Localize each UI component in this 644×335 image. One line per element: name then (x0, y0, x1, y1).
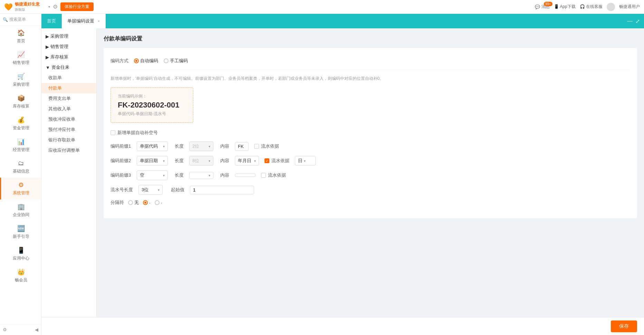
sub-sidebar-header-finance[interactable]: ▼ 资金往来 (41, 62, 96, 73)
tab-maximize-btn[interactable]: ⤢ (635, 18, 640, 25)
sub-sidebar-header-inventory[interactable]: ▶ 库存核算 (41, 52, 96, 62)
settings-icon[interactable]: ⚙ (3, 327, 7, 332)
sidebar-item-label: 采购管理 (13, 82, 29, 87)
page-title: 付款单编码设置 (104, 35, 637, 43)
sidebar-item-inventory[interactable]: 📦 库存核算 (0, 91, 41, 113)
sidebar-search[interactable]: 🔍 搜索菜单 (0, 14, 41, 26)
stream1-group: 流水依据 (254, 143, 279, 149)
brand-icon: 🧡 (4, 3, 13, 11)
tab-minimize-btn[interactable]: — (627, 18, 633, 24)
start-value-input[interactable] (190, 186, 254, 194)
stream1-checkbox[interactable] (254, 144, 259, 149)
bottom-bar: 保存 (41, 317, 644, 335)
prefix2-select[interactable]: 单据日期 ▾ (137, 156, 168, 166)
sub-sidebar-item-prepayrecv[interactable]: 预收冲应收单 (41, 114, 96, 124)
content2-select[interactable]: 年月日 ▾ (235, 156, 259, 166)
sep-none-dot (128, 200, 133, 205)
config-row-1: 编码前缀1 单据代码 ▾ 长度 2位 ▾ 内容 FK (110, 141, 630, 151)
chevron-down-icon: ▾ (304, 159, 306, 163)
app-download-btn[interactable]: 📱 App下载 (554, 4, 576, 10)
sidebar: 🔍 搜索菜单 🏠 首页 📈 销售管理 🛒 采购管理 📦 库存核算 💰 (0, 14, 41, 335)
avatar[interactable] (607, 3, 615, 11)
dropdown-chevron[interactable]: ▾ (48, 5, 50, 9)
stream3-checkbox[interactable] (261, 173, 266, 178)
length1-label: 长度 (175, 143, 184, 149)
tab-bar-actions: — ⤢ (627, 18, 644, 25)
sidebar-item-system[interactable]: ⚙ 系统管理 (0, 178, 41, 199)
prefix3-select[interactable]: 空 ▾ (137, 170, 168, 180)
auto-fill-checkbox[interactable] (110, 130, 115, 135)
content-area: ▶ 采购管理 ▶ 销售管理 ▶ 库存核算 (41, 28, 644, 317)
page-panel: 付款单编码设置 编码方式 自动编码 手工编码 (97, 28, 644, 317)
sub-sidebar-header-purchase[interactable]: ▶ 采购管理 (41, 31, 96, 41)
radio-manual[interactable]: 手工编码 (164, 58, 188, 64)
prefix1-select[interactable]: 单据代码 ▾ (137, 141, 168, 151)
sidebar-item-basic[interactable]: 🗂 基础信息 (0, 156, 41, 178)
sub-sidebar-item-expense[interactable]: 费用支出单 (41, 93, 96, 104)
sidebar-item-home[interactable]: 🏠 首页 (0, 26, 41, 47)
sub-sidebar-group-purchase: ▶ 采购管理 (41, 31, 96, 41)
example-box: 当前编码示例： FK-20230602-001 单据代码-单据日期-流水号 (110, 87, 193, 123)
stream2-checkbox[interactable]: ✓ (265, 158, 269, 163)
sub-sidebar-item-otherincome[interactable]: 其他收入单 (41, 104, 96, 114)
sidebar-item-appcenter[interactable]: 📱 应用中心 (0, 243, 41, 265)
content3-label: 内容 (220, 172, 229, 178)
prefix3-label: 编码前缀3 (110, 172, 131, 178)
serial-row: 流水号长度 3位 ▾ 起始值 (110, 185, 630, 195)
sidebar-item-finance[interactable]: 💰 资金管理 (0, 113, 41, 134)
prefix1-label: 编码前缀1 (110, 143, 131, 149)
length2-select[interactable]: 8位 ▾ (189, 156, 213, 166)
industry-btn[interactable]: 体验行业方案 (60, 2, 94, 11)
stream2-period-select[interactable]: 日 ▾ (295, 156, 316, 166)
config-row-2: 编码前缀2 单据日期 ▾ 长度 8位 ▾ 内容 年月日 (110, 156, 630, 166)
sidebar-item-sales[interactable]: 📈 销售管理 (0, 47, 41, 69)
sub-sidebar-header-sales[interactable]: ▶ 销售管理 (41, 41, 96, 52)
chevron-down-icon: ▾ (209, 159, 210, 163)
start-label: 起始值 (171, 187, 184, 193)
serial-length-select[interactable]: 3位 ▾ (138, 185, 163, 195)
sep-dot1[interactable]: · (143, 200, 151, 205)
example-desc: 单据代码-单据日期-流水号 (118, 111, 186, 117)
content2-label: 内容 (220, 158, 229, 164)
separator-row: 分隔符 无 · · (110, 199, 630, 206)
sidebar-item-purchase[interactable]: 🛒 采购管理 (0, 69, 41, 91)
sales-icon: 📈 (17, 51, 25, 58)
finance-icon: 💰 (17, 116, 25, 124)
sub-sidebar-item-receipt[interactable]: 收款单 (41, 73, 96, 83)
sep-dot1-radio (143, 200, 148, 205)
sidebar-item-label: 系统管理 (13, 190, 29, 196)
online-service-btn[interactable]: 🎧 在线客服 (580, 4, 603, 10)
sub-sidebar-item-bankdeposit[interactable]: 银行存取款单 (41, 135, 96, 145)
tab-home[interactable]: 首页 (41, 14, 62, 28)
search-icon: 🔍 (3, 17, 8, 22)
chevron-down-icon: ▾ (254, 159, 256, 163)
tab-current[interactable]: 单据编码设置 × (62, 14, 106, 28)
sidebar-bottom: ⚙ ◀ (0, 324, 41, 335)
tab-close-icon[interactable]: × (98, 19, 100, 23)
sidebar-item-newguide[interactable]: 🆕 新手引导 (0, 221, 41, 243)
sub-sidebar-item-payment[interactable]: 付款单 (41, 83, 96, 93)
auto-fill-row: 新增单据自动补空号 (110, 130, 630, 136)
sub-sidebar-item-prepaypay[interactable]: 预付冲应付单 (41, 124, 96, 135)
sidebar-item-enterprise[interactable]: 🏢 企业协同 (0, 199, 41, 221)
sep-dot2[interactable]: · (155, 200, 162, 205)
top-bar-right: 💬 消息 99+ 📱 App下载 🎧 在线客服 畅捷通用户 (535, 3, 640, 11)
sidebar-item-vip[interactable]: 👑 畅会员 (0, 265, 41, 287)
encoding-radio-group: 自动编码 手工编码 (134, 58, 188, 64)
length3-select[interactable]: ▾ (189, 172, 213, 179)
stream2-label: 流水依据 (271, 158, 289, 164)
sep-none[interactable]: 无 (128, 199, 139, 206)
gear-icon[interactable]: ⚙ (53, 3, 58, 10)
stream3-label: 流水依据 (268, 172, 286, 178)
radio-auto-dot (134, 58, 139, 63)
collapse-icon[interactable]: ◀ (35, 327, 38, 332)
message-btn[interactable]: 💬 消息 99+ (535, 4, 550, 10)
save-button[interactable]: 保存 (611, 320, 637, 332)
newguide-icon: 🆕 (17, 225, 25, 232)
radio-auto[interactable]: 自动编码 (134, 58, 158, 64)
sidebar-item-operations[interactable]: 📊 经营管理 (0, 134, 41, 156)
content3-val (235, 174, 256, 177)
sub-sidebar-item-adjustment[interactable]: 应收应付调整单 (41, 145, 96, 156)
length1-select[interactable]: 2位 ▾ (189, 141, 213, 151)
username: 畅捷通用户 (619, 4, 640, 10)
